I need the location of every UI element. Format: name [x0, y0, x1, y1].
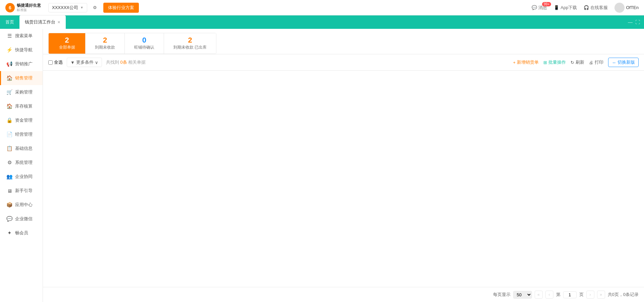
- select-all-input[interactable]: [48, 60, 53, 65]
- tab-work-bench[interactable]: 钱货日清工作台 ✕: [19, 15, 66, 29]
- next-page-button[interactable]: ›: [586, 291, 594, 299]
- sidebar-item-quick-nav[interactable]: ⚡ 快捷导航: [0, 43, 43, 57]
- status-tab-pending-count: 0: [134, 37, 154, 44]
- company-dropdown-arrow: ▼: [80, 6, 84, 9]
- sidebar-item-app-center[interactable]: 📦 应用中心: [0, 198, 43, 212]
- batch-icon: ⊞: [543, 60, 547, 65]
- main-layout: ☰ 搜索菜单 ⚡ 快捷导航 📢 营销推广 🏠 销售管理 🛒 采购管理 🏠 库存核…: [0, 29, 644, 302]
- basic-info-icon: 📋: [6, 145, 12, 152]
- logo-subtitle: 标准版: [17, 8, 41, 12]
- sidebar-item-inventory[interactable]: 🏠 库存核算: [0, 99, 43, 113]
- status-tab-shipped-count: 2: [173, 37, 207, 44]
- select-all-checkbox[interactable]: 全选: [48, 59, 63, 65]
- batch-button[interactable]: ⊞ 批量操作: [543, 59, 566, 65]
- logo-text: 畅捷通好生意 标准版: [17, 3, 41, 12]
- last-page-icon: »: [600, 292, 602, 297]
- sidebar-item-sales[interactable]: 🏠 销售管理: [0, 71, 43, 85]
- capital-icon: 🔒: [6, 117, 12, 123]
- status-tabs: 2 全部单据 2 到期未收款 0 旺铺待确认 2 到期未收款 已出库: [43, 29, 644, 54]
- status-tab-all[interactable]: 2 全部单据: [49, 33, 86, 54]
- per-page-select[interactable]: 50 10 20 100: [513, 291, 532, 299]
- company-selector[interactable]: XXXXXX公司 ▼: [48, 3, 87, 12]
- found-prefix: 共找到: [106, 60, 119, 65]
- online-service-button[interactable]: 🎧 在线客服: [584, 5, 608, 11]
- switch-icon: ↔: [612, 60, 616, 65]
- filter-icon: ▼: [70, 60, 75, 65]
- sidebar-item-system[interactable]: ⚙ 系统管理: [0, 156, 43, 170]
- online-service-label: 在线客服: [590, 5, 608, 11]
- tab-home-label: 首页: [5, 19, 14, 25]
- prev-page-button[interactable]: ‹: [545, 291, 553, 299]
- sidebar-item-basic-info[interactable]: 📋 基础信息: [0, 141, 43, 156]
- found-suffix: 相关单据: [128, 60, 146, 65]
- total-info: 共0页，0条记录: [608, 292, 639, 298]
- app-download-button[interactable]: 📱 App下载: [554, 5, 577, 11]
- sidebar-item-enterprise[interactable]: 👥 企业协同: [0, 170, 43, 184]
- filter-label: 更多条件: [76, 59, 94, 65]
- table-area: [43, 71, 644, 287]
- experience-button[interactable]: 体验行业方案: [103, 3, 139, 13]
- print-label: 打印: [595, 59, 603, 65]
- sidebar-item-purchase[interactable]: 🛒 采购管理: [0, 85, 43, 99]
- status-tab-overdue-label: 到期未收款: [95, 45, 115, 50]
- last-page-button[interactable]: »: [597, 291, 605, 299]
- settings-button[interactable]: ⚙: [90, 3, 100, 13]
- tab-home[interactable]: 首页: [0, 15, 19, 29]
- first-page-icon: «: [537, 292, 540, 297]
- sidebar-item-capital-label: 资金管理: [15, 117, 33, 123]
- batch-label: 批量操作: [548, 59, 566, 65]
- app-center-icon: 📦: [6, 202, 12, 208]
- message-button[interactable]: 💬 消息 99+: [532, 5, 547, 11]
- sidebar: ☰ 搜索菜单 ⚡ 快捷导航 📢 营销推广 🏠 销售管理 🛒 采购管理 🏠 库存核…: [0, 29, 43, 302]
- add-icon: +: [513, 60, 516, 65]
- refresh-button[interactable]: ↻ 刷新: [571, 59, 584, 65]
- content-area: 2 全部单据 2 到期未收款 0 旺铺待确认 2 到期未收款 已出库: [43, 29, 644, 302]
- enterprise-icon: 👥: [6, 174, 12, 180]
- print-button[interactable]: 🖨 打印: [589, 59, 603, 65]
- status-tab-all-count: 2: [58, 37, 76, 44]
- status-tab-pending[interactable]: 0 旺铺待确认: [125, 33, 164, 54]
- status-tab-overdue-count: 2: [95, 37, 115, 44]
- status-tab-shipped[interactable]: 2 到期未收款 已出库: [164, 33, 216, 54]
- marketing-icon: 📢: [6, 61, 12, 67]
- tab-work-bench-label: 钱货日清工作台: [25, 19, 55, 25]
- sidebar-item-search-menu-label: 搜索菜单: [15, 33, 33, 39]
- sidebar-item-marketing[interactable]: 📢 营销推广: [0, 57, 43, 71]
- status-tab-shipped-label: 到期未收款 已出库: [173, 45, 207, 50]
- company-name: XXXXXX公司: [52, 5, 78, 11]
- page-number-input[interactable]: [563, 291, 577, 298]
- found-count: 0条: [120, 60, 127, 65]
- purchase-icon: 🛒: [6, 89, 12, 95]
- header-right: 💬 消息 99+ 📱 App下载 🎧 在线客服 OfTEn: [532, 3, 639, 13]
- sidebar-item-operation[interactable]: 📄 经营管理: [0, 127, 43, 141]
- guide-icon: 🖥: [6, 188, 12, 194]
- logo-icon: 6: [5, 3, 15, 12]
- switch-version-button[interactable]: ↔ 切换新版: [608, 58, 639, 67]
- tab-minimize-icon[interactable]: —: [628, 19, 633, 25]
- app-download-icon: 📱: [554, 5, 559, 10]
- sidebar-item-search-menu[interactable]: ☰ 搜索菜单: [0, 29, 43, 43]
- pagination: 每页显示 50 10 20 100 « ‹ 第 页 › » 共0页，0条记录: [43, 287, 644, 302]
- tab-close-icon[interactable]: ✕: [57, 20, 60, 24]
- settings-icon: ⚙: [93, 5, 97, 10]
- sidebar-item-capital[interactable]: 🔒 资金管理: [0, 113, 43, 127]
- add-sale-label: 新增销货单: [517, 59, 539, 65]
- status-tab-overdue[interactable]: 2 到期未收款: [86, 33, 125, 54]
- page-label: 第: [556, 292, 560, 298]
- app-download-label: App下载: [560, 5, 577, 11]
- sidebar-item-sales-label: 销售管理: [15, 75, 33, 81]
- sidebar-item-wechat[interactable]: 💬 企业微信: [0, 212, 43, 226]
- sidebar-item-operation-label: 经营管理: [15, 131, 33, 137]
- user-avatar-area[interactable]: OfTEn: [614, 3, 639, 13]
- page-suffix: 页: [579, 292, 584, 298]
- status-tab-all-label: 全部单据: [58, 45, 76, 50]
- next-page-icon: ›: [590, 292, 591, 297]
- prev-page-icon: ‹: [549, 292, 550, 297]
- sidebar-item-member[interactable]: ✦ 畅会员: [0, 226, 43, 240]
- tab-maximize-icon[interactable]: ⛶: [635, 19, 640, 25]
- sidebar-item-quick-nav-label: 快捷导航: [15, 47, 33, 53]
- add-sale-button[interactable]: + 新增销货单: [513, 59, 539, 65]
- filter-button[interactable]: ▼ 更多条件 ∨: [67, 58, 102, 67]
- sidebar-item-guide[interactable]: 🖥 新手引导: [0, 184, 43, 198]
- first-page-button[interactable]: «: [535, 291, 543, 299]
